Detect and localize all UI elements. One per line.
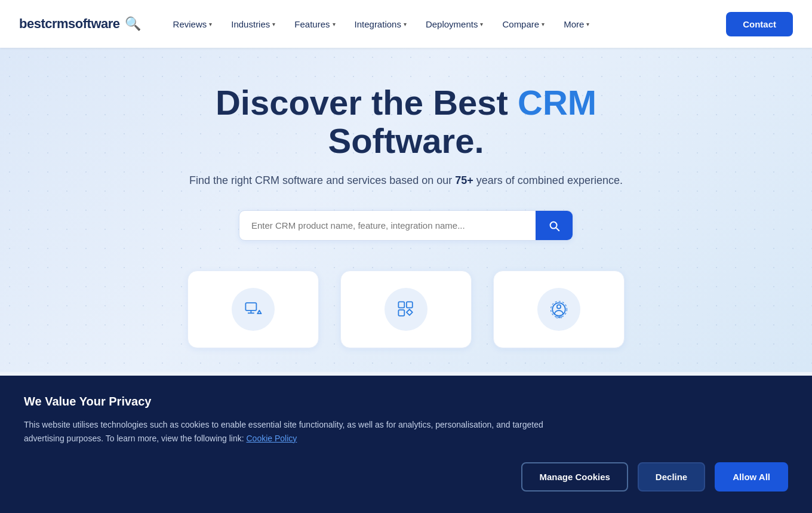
brand-name: bestcrmsoftware — [19, 16, 120, 32]
nav-item-features[interactable]: Features ▾ — [286, 14, 343, 34]
cards-row: CRM — [137, 271, 675, 348]
svg-rect-0 — [245, 303, 256, 311]
hero-content: Discover the Best CRM Software. Find the… — [137, 84, 675, 348]
card-integrations[interactable] — [187, 271, 319, 348]
search-button[interactable] — [536, 211, 573, 240]
svg-marker-3 — [257, 311, 261, 314]
hero-title-highlight: CRM — [518, 83, 596, 122]
search-icon — [548, 219, 561, 232]
svg-rect-4 — [398, 302, 404, 308]
svg-rect-6 — [398, 310, 404, 316]
contact-button[interactable]: Contact — [726, 12, 793, 36]
card-icon-circle-features — [385, 288, 427, 331]
hero-subtitle-bold: 75+ — [455, 174, 473, 186]
features-icon — [395, 299, 417, 320]
nav-item-industries[interactable]: Industries ▾ — [223, 14, 284, 34]
hero-section: Discover the Best CRM Software. Find the… — [0, 48, 812, 372]
chevron-down-icon: ▾ — [480, 21, 483, 27]
search-bar — [239, 210, 573, 241]
logo[interactable]: bestcrmsoftware 🔍 — [19, 16, 141, 32]
chevron-down-icon: ▾ — [404, 21, 407, 27]
search-input[interactable] — [239, 211, 536, 240]
nav-item-integrations[interactable]: Integrations ▾ — [346, 14, 415, 34]
crm-icon: CRM — [548, 299, 570, 320]
hero-subtitle-start: Find the right CRM software and services… — [189, 174, 455, 186]
card-icon-circle-integrations — [232, 288, 275, 331]
chevron-down-icon: ▾ — [586, 21, 589, 27]
integrations-icon — [242, 299, 264, 320]
hero-subtitle-end: years of combined experience. — [473, 174, 623, 186]
nav-item-reviews[interactable]: Reviews ▾ — [165, 14, 221, 34]
svg-point-9 — [557, 305, 561, 309]
hero-title-start: Discover the Best — [216, 83, 518, 122]
hero-title: Discover the Best CRM Software. — [137, 84, 675, 160]
chevron-down-icon: ▾ — [272, 21, 275, 27]
nav-item-compare[interactable]: Compare ▾ — [494, 14, 553, 34]
card-crm[interactable]: CRM — [493, 271, 625, 348]
navbar: bestcrmsoftware 🔍 Reviews ▾ Industries ▾… — [0, 0, 812, 48]
card-icon-circle-crm: CRM — [537, 288, 580, 331]
card-features[interactable] — [340, 271, 472, 348]
svg-rect-5 — [407, 302, 413, 308]
chevron-down-icon: ▾ — [333, 21, 336, 27]
nav-item-more[interactable]: More ▾ — [555, 14, 598, 34]
nav-links: Reviews ▾ Industries ▾ Features ▾ Integr… — [165, 14, 727, 34]
hero-subtitle: Find the right CRM software and services… — [137, 172, 675, 189]
hero-title-end: Software. — [328, 121, 484, 160]
svg-point-10 — [551, 302, 567, 318]
chevron-down-icon: ▾ — [209, 21, 212, 27]
chevron-down-icon: ▾ — [542, 21, 545, 27]
svg-text:CRM: CRM — [556, 317, 562, 320]
nav-item-deployments[interactable]: Deployments ▾ — [417, 14, 492, 34]
svg-marker-7 — [407, 309, 413, 315]
search-icon: 🔍 — [125, 16, 141, 32]
